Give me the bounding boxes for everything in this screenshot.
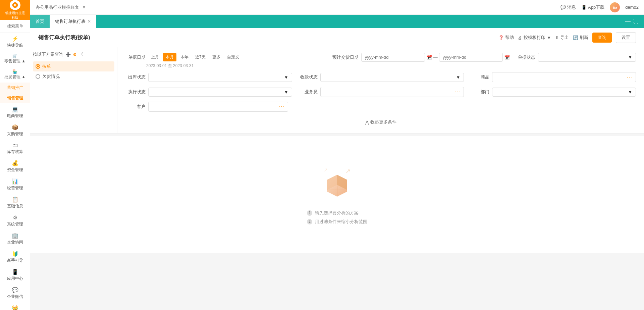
settings-button[interactable]: 设置 xyxy=(616,32,636,43)
execution-status-select[interactable]: ▼ xyxy=(148,88,292,97)
customer-dots[interactable]: ··· xyxy=(279,104,284,110)
sidebar-item-ecommerce-label: 电商管理 xyxy=(7,113,23,119)
filter-field-execution: 执行状态 ▼ xyxy=(125,88,292,97)
order-status-select[interactable]: ▼ xyxy=(538,53,636,62)
period-last-month[interactable]: 上月 xyxy=(148,53,162,61)
help-button[interactable]: ❓ 帮助 xyxy=(498,35,514,41)
operations-icon: 📊 xyxy=(12,178,18,185)
period-this-year[interactable]: 本年 xyxy=(178,53,191,61)
outbound-status-label: 出库状态 xyxy=(125,74,146,80)
customer-label: 客户 xyxy=(125,104,146,110)
filter-field-department: 部门 ▼ xyxy=(469,88,636,97)
filter-field-customer: 客户 ··· xyxy=(125,102,288,112)
page-title: 销售订单执行表(按单) xyxy=(38,34,90,41)
execution-chevron: ▼ xyxy=(284,90,288,95)
calendar-icon-from[interactable]: 📅 xyxy=(426,55,432,60)
sidebar-search-section[interactable]: 搜索菜单 xyxy=(0,20,30,33)
manage-scheme-button[interactable]: ⚙ xyxy=(73,52,77,57)
tab-sales-order[interactable]: 销售订单执行表 ✕ xyxy=(50,15,96,28)
sidebar-item-quicknav[interactable]: ⚡ 快捷导航 xyxy=(0,33,30,51)
sidebar-item-newuser[interactable]: 🔰 新手引导 xyxy=(0,248,30,266)
tab-close-icon[interactable]: ✕ xyxy=(88,19,91,24)
tabbar-controls: — ⛶ xyxy=(625,18,644,24)
filter-scheme-按单[interactable]: 按单 xyxy=(33,61,114,71)
filter-left-title: 按以下方案查询 xyxy=(33,51,63,57)
sidebar-group-retail-label: 零售管理 ▲ xyxy=(4,58,25,64)
sidebar-item-enterprise[interactable]: 🏢 企业协同 xyxy=(0,230,30,248)
collapse-left-button[interactable]: 《 xyxy=(79,51,83,57)
sidebar-item-purchase[interactable]: 📦 采购管理 xyxy=(0,121,30,140)
sidebar-item-operations-label: 经营管理 xyxy=(7,185,23,191)
topbar-right: 💬 消息 📱 App下载 Ea demo2 xyxy=(560,2,639,12)
empty-hint-1: 1 请先选择要分析的方案 xyxy=(307,209,367,217)
period-custom[interactable]: 自定义 xyxy=(224,53,242,61)
app-name: 畅捷通好生意 xyxy=(5,11,25,15)
sidebar-item-basicinfo[interactable]: 📋 基础信息 xyxy=(0,194,30,212)
sidebar-item-inventory[interactable]: 🗃 库存核算 xyxy=(0,140,30,157)
purchase-icon: 📦 xyxy=(12,124,18,131)
retail-icon: 🛒 xyxy=(12,54,17,58)
download-icon: 📱 xyxy=(581,5,587,10)
app-logo: 畅捷通好生意 标版 xyxy=(0,0,30,20)
goods-dots[interactable]: ··· xyxy=(627,74,632,80)
collection-status-label: 收款状态 xyxy=(298,74,318,80)
salesperson-dots[interactable]: ··· xyxy=(455,89,460,95)
sidebar-item-ecommerce[interactable]: 💻 电商管理 xyxy=(0,103,30,121)
sidebar-item-quicknav-label: 快捷导航 xyxy=(7,43,23,48)
sidebar-group-retail-header[interactable]: 🛒 零售管理 ▲ xyxy=(0,51,30,67)
message-button[interactable]: 💬 消息 xyxy=(560,4,576,10)
period-more[interactable]: 更多 xyxy=(210,53,223,61)
tab-home[interactable]: 首页 xyxy=(30,15,50,28)
topbar-left: 办公用品行业模拟账套 ▼ xyxy=(36,4,86,10)
tab-expand-icon[interactable]: ⛶ xyxy=(633,18,639,24)
department-select[interactable]: ▼ xyxy=(492,88,636,97)
execution-status-label: 执行状态 xyxy=(125,89,146,95)
username[interactable]: demo2 xyxy=(625,5,639,10)
goods-select[interactable]: ··· xyxy=(492,72,636,82)
sidebar-item-system-label: 系统管理 xyxy=(7,221,23,227)
sidebar-sub-item-sales[interactable]: 销售管理 xyxy=(0,93,30,103)
sidebar-sub-item-marketing[interactable]: 营销推广 xyxy=(0,83,30,93)
collapse-more-button[interactable]: ⋀ 收起更多条件 xyxy=(125,116,636,128)
sidebar: 畅捷通好生意 标版 搜索菜单 ⚡ 快捷导航 🛒 零售管理 ▲ 🏪 批发管理 ▲ … xyxy=(0,0,30,310)
add-scheme-button[interactable]: ➕ xyxy=(65,52,71,57)
sidebar-item-system[interactable]: ⚙ 系统管理 xyxy=(0,212,30,230)
app-download-label: App下载 xyxy=(588,4,604,10)
refresh-button[interactable]: 🔄 刷新 xyxy=(573,35,588,41)
salesperson-select[interactable]: ··· xyxy=(320,87,464,97)
sidebar-item-appcenter[interactable]: 📱 应用中心 xyxy=(0,266,30,284)
breadcrumb-chevron[interactable]: ▼ xyxy=(82,5,86,10)
sidebar-group-wholesale-header[interactable]: 🏪 批发管理 ▲ xyxy=(0,67,30,83)
tab-sales-order-label: 销售订单执行表 xyxy=(55,18,86,24)
expected-date-from[interactable] xyxy=(361,53,425,62)
empty-hints: 1 请先选择要分析的方案 2 用过滤条件来缩小分析范围 xyxy=(307,209,367,226)
sidebar-item-membership[interactable]: 👑 畅会员 xyxy=(0,302,30,310)
template-print-button[interactable]: 🖨 按模板打印 ▼ xyxy=(518,35,551,41)
sidebar-item-enterprise-label: 企业协同 xyxy=(7,240,23,245)
filter-scheme-欠货情况[interactable]: 欠货情况 xyxy=(33,71,114,82)
filter-right-panel: 单据日期 上月 本月 本年 近7天 更多 自定义 预计交货日期 xyxy=(117,47,644,133)
export-icon: ⬆ xyxy=(555,35,559,40)
app-download-button[interactable]: 📱 App下载 xyxy=(581,4,604,10)
sidebar-item-finance[interactable]: 💰 资金管理 xyxy=(0,157,30,175)
export-button[interactable]: ⬆ 导出 xyxy=(555,35,569,41)
sidebar-item-finance-label: 资金管理 xyxy=(7,167,23,173)
calendar-icon-to[interactable]: 📅 xyxy=(504,55,510,60)
sidebar-item-corpwechat[interactable]: 💬 企业微信 xyxy=(0,284,30,302)
expected-date-to[interactable] xyxy=(439,53,503,62)
customer-select[interactable]: ··· xyxy=(148,102,288,112)
period-last-7days[interactable]: 近7天 xyxy=(193,53,208,61)
period-this-month[interactable]: 本月 xyxy=(163,53,176,61)
page-actions: ❓ 帮助 🖨 按模板打印 ▼ ⬆ 导出 🔄 刷新 查询 设置 xyxy=(498,32,636,43)
query-button[interactable]: 查询 xyxy=(592,33,612,43)
outbound-status-select[interactable]: ▼ xyxy=(148,73,292,82)
sidebar-search-label[interactable]: 搜索菜单 xyxy=(7,23,23,29)
sidebar-item-operations[interactable]: 📊 经营管理 xyxy=(0,175,30,194)
collection-status-select[interactable]: ▼ xyxy=(320,73,464,82)
filter-field-order-status: 单据状态 ▼ xyxy=(515,53,636,62)
tab-minimize-icon[interactable]: — xyxy=(625,18,631,24)
newuser-icon: 🔰 xyxy=(12,251,18,257)
filter-field-collection: 收款状态 ▼ xyxy=(298,73,464,82)
message-label: 消息 xyxy=(567,4,576,10)
avatar[interactable]: Ea xyxy=(610,2,620,12)
